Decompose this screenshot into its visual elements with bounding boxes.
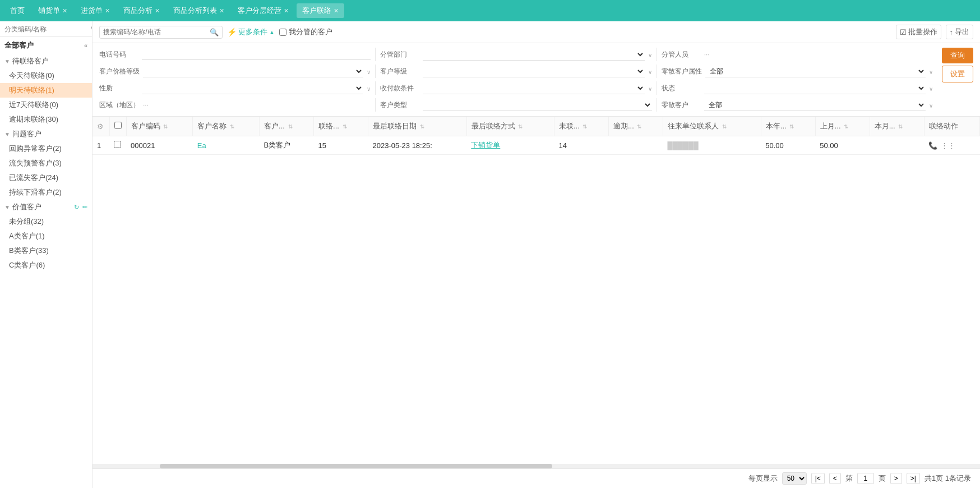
all-customers-title[interactable]: 全部客户 « bbox=[0, 37, 92, 54]
page-number-input[interactable] bbox=[857, 473, 874, 484]
nav-close-customer-tier[interactable]: ✕ bbox=[284, 7, 289, 15]
group-value-customers[interactable]: ▼ 价值客户 ↻ ✏ bbox=[0, 200, 92, 214]
next-page-btn[interactable]: > bbox=[890, 473, 902, 484]
filter-field-region: 区域（地区） ··· bbox=[99, 100, 371, 110]
th-customer-name[interactable]: 客户名称 ⇅ bbox=[193, 117, 260, 136]
nav-customer-contact[interactable]: 客户联络 ✕ bbox=[297, 3, 344, 18]
query-button[interactable]: 查询 bbox=[942, 48, 973, 63]
region-select-btn[interactable]: ··· bbox=[143, 101, 149, 109]
th-contact-count[interactable]: 联络... ⇅ bbox=[314, 117, 368, 136]
sidebar-item-ungrouped[interactable]: 未分组(32) bbox=[0, 214, 92, 229]
nav-customer-tier[interactable]: 客户分层经营 ✕ bbox=[232, 3, 294, 18]
filter-select-payment[interactable] bbox=[423, 82, 644, 94]
contact-more-icon[interactable]: ⋮⋮ bbox=[941, 141, 955, 150]
group-pending-contact[interactable]: ▼ 待联络客户 bbox=[0, 54, 92, 68]
nav-close-product-analysis[interactable]: ✕ bbox=[155, 7, 160, 15]
sidebar-item-repurchase-abnormal[interactable]: 回购异常客户(2) bbox=[0, 141, 92, 156]
row-checkbox[interactable] bbox=[114, 141, 121, 148]
last-page-btn[interactable]: >| bbox=[907, 473, 920, 484]
filter-label-dept: 分管部门 bbox=[380, 50, 419, 59]
sidebar-item-class-a[interactable]: A类客户(1) bbox=[0, 229, 92, 243]
more-conditions-btn[interactable]: ⚡ 更多条件 ▲ bbox=[227, 27, 275, 37]
th-unit-contact[interactable]: 往来单位联系人 ⇅ bbox=[663, 117, 761, 136]
main-search-icon[interactable]: 🔍 bbox=[210, 28, 219, 36]
filter-select-price-level[interactable] bbox=[143, 66, 363, 77]
value-customers-edit-icon[interactable]: ↻ bbox=[74, 204, 79, 211]
horizontal-scrollbar[interactable] bbox=[93, 464, 980, 468]
value-customers-add-icon[interactable]: ✏ bbox=[82, 204, 87, 211]
main-search-input[interactable] bbox=[103, 28, 207, 36]
filter-select-customer-level[interactable] bbox=[423, 66, 644, 77]
cell-last-contact-method[interactable]: 下销货单 bbox=[466, 136, 554, 155]
filter-input-phone[interactable] bbox=[142, 49, 371, 60]
nav-purchase-order[interactable]: 进货单 ✕ bbox=[75, 3, 115, 18]
nav-close-customer-contact[interactable]: ✕ bbox=[334, 7, 339, 15]
sidebar-item-class-c[interactable]: C类客户(6) bbox=[0, 258, 92, 273]
filter-select-retail-attr[interactable]: 全部 bbox=[705, 66, 926, 77]
th-contact-action: 联络动作 bbox=[924, 117, 979, 136]
nav-product-analysis-list[interactable]: 商品分析列表 ✕ bbox=[168, 3, 230, 18]
sidebar-item-churn-warning[interactable]: 流失预警客户(3) bbox=[0, 156, 92, 171]
filter-select-nature[interactable] bbox=[142, 82, 363, 94]
first-page-btn[interactable]: |< bbox=[811, 473, 825, 484]
sort-icon-no-contact: ⇅ bbox=[583, 123, 587, 130]
filter-select-retail-customer[interactable]: 全部 bbox=[704, 99, 926, 111]
contact-method-link[interactable]: 下销货单 bbox=[471, 141, 500, 149]
chevron-down-payment bbox=[648, 84, 652, 93]
per-page-select[interactable]: 50 bbox=[782, 472, 807, 485]
filter-select-dept[interactable] bbox=[423, 49, 644, 61]
my-customers-checkbox[interactable] bbox=[279, 29, 286, 36]
sidebar-item-class-b[interactable]: B类客户(33) bbox=[0, 243, 92, 258]
nav-product-analysis[interactable]: 商品分析 ✕ bbox=[118, 3, 165, 18]
advanced-filters-panel: 电话号码 分管部门 分管人员 ··· bbox=[93, 43, 980, 117]
filter-field-phone: 电话号码 bbox=[99, 49, 371, 60]
sidebar-item-today-contact[interactable]: 今天待联络(0) bbox=[0, 68, 92, 83]
th-customer-type[interactable]: 客户... ⇅ bbox=[260, 117, 314, 136]
group-problem-customers[interactable]: ▼ 问题客户 bbox=[0, 127, 92, 141]
table-body: 1 000021 Ea B类客户 15 2023-05-23 18:25: 下销… bbox=[93, 136, 980, 155]
nav-close-purchase-order[interactable]: ✕ bbox=[105, 7, 110, 15]
th-this-year[interactable]: 本年... ⇅ bbox=[761, 117, 815, 136]
nav-close-sales-order[interactable]: ✕ bbox=[62, 7, 67, 15]
sidebar-item-overdue-contact[interactable]: 逾期未联络(30) bbox=[0, 112, 92, 127]
th-last-contact-method[interactable]: 最后联络方式 ⇅ bbox=[466, 117, 554, 136]
contact-phone-icon[interactable]: 📞 bbox=[928, 141, 937, 150]
sidebar-item-tomorrow-contact[interactable]: 明天待联络(1) bbox=[0, 83, 92, 98]
cell-contact-action[interactable]: 📞 ⋮⋮ bbox=[924, 136, 979, 155]
sidebar-item-churned[interactable]: 已流失客户(24) bbox=[0, 171, 92, 185]
scrollbar-thumb[interactable] bbox=[160, 464, 552, 468]
person-select-btn[interactable]: ··· bbox=[704, 50, 710, 58]
filter-select-customer-type[interactable] bbox=[423, 99, 651, 111]
settings-icon[interactable]: ⚙ bbox=[97, 122, 104, 131]
cell-checkbox[interactable] bbox=[109, 136, 126, 155]
th-last-month[interactable]: 上月... ⇅ bbox=[815, 117, 870, 136]
sidebar-item-7days-contact[interactable]: 近7天待联络(0) bbox=[0, 98, 92, 112]
table-row: 1 000021 Ea B类客户 15 2023-05-23 18:25: 下销… bbox=[93, 136, 980, 155]
sidebar-search-input[interactable] bbox=[4, 25, 89, 33]
filter-label-payment: 收付款条件 bbox=[380, 84, 419, 93]
nav-home[interactable]: 首页 bbox=[4, 3, 30, 18]
filter-select-status[interactable] bbox=[704, 82, 926, 94]
page-label: 第 bbox=[845, 473, 853, 484]
filter-label-phone: 电话号码 bbox=[99, 50, 138, 59]
th-customer-code[interactable]: 客户编码 ⇅ bbox=[126, 117, 193, 136]
th-last-contact-date[interactable]: 最后联络日期 ⇅ bbox=[368, 117, 467, 136]
th-overdue[interactable]: 逾期... ⇅ bbox=[608, 117, 663, 136]
filter-label-retail-customer: 零散客户 bbox=[662, 100, 701, 110]
th-no-contact-days[interactable]: 未联... ⇅ bbox=[554, 117, 608, 136]
customer-table: ⚙ 客户编码 ⇅ 客户名称 ⇅ bbox=[93, 117, 980, 155]
sidebar-item-declining[interactable]: 持续下滑客户(2) bbox=[0, 185, 92, 200]
nav-close-product-analysis-list[interactable]: ✕ bbox=[219, 7, 224, 15]
select-all-checkbox[interactable] bbox=[114, 122, 122, 129]
sidebar-search-area: 🔍 bbox=[0, 21, 92, 37]
my-customers-checkbox-label[interactable]: 我分管的客户 bbox=[279, 27, 332, 37]
set-button[interactable]: 设置 bbox=[942, 66, 973, 82]
cell-name[interactable]: Ea bbox=[193, 136, 260, 155]
filter-field-payment: 收付款条件 bbox=[380, 82, 651, 94]
export-btn[interactable]: ↑ 导出 bbox=[946, 25, 974, 39]
th-settings: ⚙ bbox=[93, 117, 109, 136]
prev-page-btn[interactable]: < bbox=[829, 473, 841, 484]
batch-operation-btn[interactable]: ☑ 批量操作 bbox=[896, 25, 941, 39]
nav-sales-order[interactable]: 销货单 ✕ bbox=[33, 3, 73, 18]
th-this-month[interactable]: 本月... ⇅ bbox=[870, 117, 924, 136]
